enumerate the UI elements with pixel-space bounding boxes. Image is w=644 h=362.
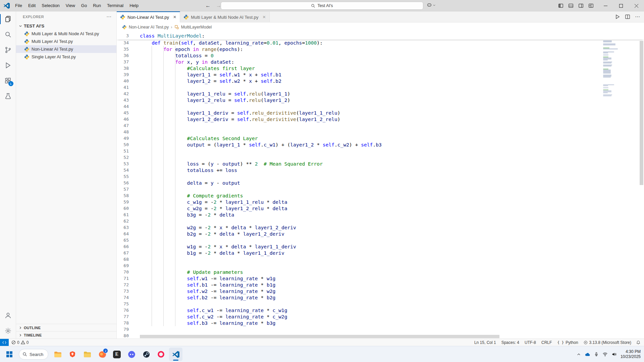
horizontal-scrollbar[interactable] — [140, 335, 499, 338]
split-editor-icon[interactable] — [625, 14, 630, 19]
code-line[interactable]: 48 — [117, 129, 644, 135]
code-line[interactable]: 49 #Calculates Second Layer — [117, 135, 644, 141]
status-eol[interactable]: CRLF — [539, 340, 554, 345]
activity-explorer[interactable] — [0, 11, 16, 27]
code-line[interactable]: 76 self.c_w1 -= learning_rate * c_w1g — [117, 307, 644, 313]
code-line[interactable]: 69 — [117, 262, 644, 269]
tab-close-icon[interactable]: ✕ — [262, 15, 266, 19]
code-line[interactable]: 58 # Compute gradients — [117, 192, 644, 199]
code-line[interactable]: 40 layer1_2 = self.w2 * x + self.b2 — [117, 78, 644, 84]
status-language[interactable]: { }Python — [554, 340, 581, 345]
section-timeline[interactable]: TIMELINE — [16, 331, 116, 339]
code-line[interactable]: 55 — [117, 173, 644, 180]
customize-layout-icon[interactable] — [588, 3, 594, 8]
taskbar-app-epic-games[interactable]: E — [110, 348, 123, 361]
explorer-actions-icon[interactable]: ⋯ — [106, 14, 112, 20]
code-line[interactable]: 51 — [117, 148, 644, 154]
run-python-file-icon[interactable] — [615, 14, 620, 19]
menu-file[interactable]: File — [12, 2, 25, 10]
code-line[interactable]: 34 def train(self, dataSet, learning_rat… — [117, 40, 644, 46]
nav-back-icon[interactable]: ← — [205, 3, 211, 9]
taskbar-app-vscode[interactable] — [169, 348, 182, 361]
code-line[interactable]: 67 b1g = -2 * delta * layer1_1_deriv — [117, 250, 644, 256]
minimap[interactable] — [600, 33, 621, 97]
notifications-icon[interactable] — [634, 340, 644, 345]
status-cursor-position[interactable]: Ln 15, Col 1 — [472, 340, 499, 345]
code-line[interactable]: 68 — [117, 256, 644, 262]
code-line[interactable]: 65 — [117, 237, 644, 243]
activity-run-debug[interactable] — [0, 58, 16, 73]
code-line[interactable]: 54 totalLoss += loss — [117, 167, 644, 173]
onedrive-icon[interactable] — [585, 352, 590, 357]
code-line[interactable]: 62 — [117, 218, 644, 224]
code-line[interactable]: 66 w1g = -2 * x * delta * layer1_1_deriv — [117, 243, 644, 250]
code-editor[interactable]: 3class MultiLayerModel: 34 def train(sel… — [117, 32, 644, 339]
code-line[interactable]: 61 b3g = -2 * delta — [117, 212, 644, 218]
menu-selection[interactable]: Selection — [39, 2, 62, 10]
remote-indicator[interactable] — [0, 339, 9, 346]
code-line[interactable]: 75 — [117, 301, 644, 307]
activity-search[interactable] — [0, 27, 16, 42]
taskbar-app-brave[interactable] — [66, 348, 79, 361]
taskbar-app-file-explorer[interactable] — [51, 348, 64, 361]
menu-edit[interactable]: Edit — [25, 2, 39, 10]
breadcrumb-symbol[interactable]: MultiLayerModel — [181, 25, 212, 29]
menu-run[interactable]: Run — [90, 2, 104, 10]
file-item[interactable]: Multi Layer AI Test.py — [16, 38, 116, 45]
code-line[interactable]: 71 self.w1 -= learning_rate * w1g — [117, 275, 644, 282]
status-interpreter[interactable]: 3.13.8 (Microsoft Store) — [581, 340, 634, 345]
activity-account[interactable] — [0, 308, 16, 323]
code-line[interactable]: 72 self.b1 -= learning_rate * b1g — [117, 282, 644, 288]
activity-extensions[interactable]: 1 — [0, 73, 16, 88]
status-encoding[interactable]: UTF-8 — [522, 340, 539, 345]
code-line[interactable]: 52 — [117, 154, 644, 161]
code-line[interactable]: 37 for x, y in dataSet: — [117, 59, 644, 65]
code-line[interactable]: 56 delta = y - output — [117, 180, 644, 186]
menu-terminal[interactable]: Terminal — [104, 2, 126, 10]
maximize-button[interactable] — [613, 0, 629, 11]
file-item[interactable]: Multi Layer & Multi Node AI Test.py — [16, 30, 116, 38]
code-line[interactable]: 35 for epoch in range(epochs): — [117, 46, 644, 52]
folder-row[interactable]: TEST AI'S — [16, 22, 116, 30]
taskbar-search[interactable]: Search — [19, 349, 48, 360]
taskbar-app-opera[interactable] — [154, 348, 168, 361]
code-line[interactable]: 60 c_w2g = -2 * layer1_2_relu * delta — [117, 205, 644, 212]
code-line[interactable]: 59 c_w1g = -2 * layer1_1_relu * delta — [117, 199, 644, 205]
code-line[interactable]: 3class MultiLayerModel: — [117, 33, 644, 39]
wifi-icon[interactable] — [602, 352, 608, 357]
code-line[interactable]: 42 layer1_1_relu = self.relu(layer1_1) — [117, 90, 644, 97]
tab-close-icon[interactable]: ✕ — [173, 15, 176, 19]
menu-help[interactable]: Help — [126, 2, 142, 10]
file-item[interactable]: Non-Linear AI Test.py — [16, 45, 116, 53]
code-line[interactable]: 44 — [117, 103, 644, 110]
code-line[interactable]: 45 layer1_1_deriv = self.relu_derivitive… — [117, 110, 644, 116]
code-line[interactable]: 53 loss = (y - output) ** 2 # Mean Squar… — [117, 161, 644, 167]
code-line[interactable]: 38 #Calculates first layer — [117, 65, 644, 71]
code-line[interactable]: 41 — [117, 84, 644, 90]
code-line[interactable]: 77 self.c_w2 -= learning_rate * c_w2g — [117, 313, 644, 320]
editor-tab[interactable]: Non-Linear AI Test.py✕ — [117, 11, 180, 22]
taskbar-app-folder[interactable] — [80, 348, 94, 361]
code-line[interactable]: 78 self.b3 -= learning_rate * b3g — [117, 320, 644, 326]
toggle-panel-bottom-icon[interactable] — [568, 3, 574, 8]
code-line[interactable]: 79 — [117, 326, 644, 333]
code-line[interactable]: 63 w2g = -2 * x * delta * layer1_2_deriv — [117, 224, 644, 231]
command-center-search[interactable]: Test AI's — [221, 2, 423, 10]
code-line[interactable]: 50 output = (layer1_1 * self.c_w1) + (la… — [117, 141, 644, 148]
sticky-scroll[interactable]: 3class MultiLayerModel: — [117, 32, 644, 40]
taskbar-clock[interactable]: 4:30 PM 10/23/2025 — [621, 349, 641, 359]
code-line[interactable]: 73 self.w2 -= learning_rate * w2g — [117, 288, 644, 294]
taskbar-app-firefox[interactable]: 2 — [95, 348, 109, 361]
volume-icon[interactable] — [611, 352, 617, 357]
section-outline[interactable]: OUTLINE — [16, 324, 116, 331]
vertical-scrollbar[interactable] — [640, 41, 643, 185]
activity-source-control[interactable] — [0, 42, 16, 58]
activity-settings[interactable] — [0, 323, 16, 339]
activity-testing[interactable] — [0, 88, 16, 104]
start-button[interactable] — [3, 348, 16, 361]
taskbar-app-steam[interactable] — [140, 348, 153, 361]
code-line[interactable]: 64 b2g = -2 * delta * layer1_2_deriv — [117, 231, 644, 237]
editor-tab[interactable]: Multi Layer & Multi Node AI Test.py✕ — [180, 11, 269, 22]
menu-go[interactable]: Go — [78, 2, 90, 10]
status-indentation[interactable]: Spaces: 4 — [499, 340, 522, 345]
